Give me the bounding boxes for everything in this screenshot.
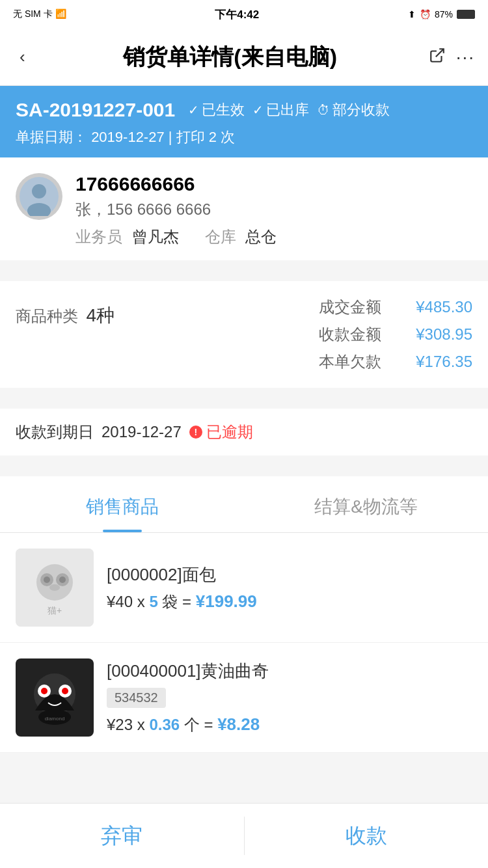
product-item-2: diamond [000400001]黄油曲奇 534532 ¥23 x 0.3…: [0, 643, 488, 753]
badge-effective: ✓ 已生效: [188, 100, 245, 120]
nav-actions: ···: [429, 47, 475, 68]
svg-text:diamond: diamond: [45, 716, 65, 722]
stats-left: 商品种类 4种: [16, 297, 115, 328]
battery-level: 87%: [435, 9, 453, 20]
overdue-badge: ! 已逾期: [189, 422, 253, 442]
tab-sales-products[interactable]: 销售商品: [0, 476, 244, 532]
bottom-bar: 弃审 收款: [0, 803, 488, 868]
status-bar: 无 SIM 卡 📶 下午4:42 ⬆ ⏰ 87%: [0, 0, 488, 29]
customer-contact: 张，156 6666 6666: [75, 199, 472, 220]
received-row: 收款金额 ¥308.95: [319, 324, 472, 345]
svg-text:猫+: 猫+: [47, 605, 62, 616]
customer-info: 17666666666 张，156 6666 6666 业务员 曾凡杰 仓库 总…: [75, 173, 472, 247]
customer-meta: 业务员 曾凡杰 仓库 总仓: [75, 226, 472, 247]
badge-shipped: ✓ 已出库: [252, 100, 309, 120]
back-button[interactable]: ‹: [13, 40, 32, 74]
tabs-section: 销售商品 结算&物流等: [0, 476, 488, 533]
svg-point-10: [49, 584, 60, 591]
confirm-button[interactable]: 收款: [245, 804, 489, 868]
product-details-2: [000400001]黄油曲奇 534532 ¥23 x 0.36 个 = ¥8…: [107, 660, 472, 735]
product-sku-badge: 534532: [107, 688, 472, 714]
product-details-1: [0000002]面包 ¥40 x 5 袋 = ¥199.99: [107, 563, 472, 612]
stats-section: 商品种类 4种 成交金额 ¥485.30 收款金额 ¥308.95 本单欠款 ¥…: [0, 281, 488, 388]
product-price-2: ¥23 x 0.36 个 = ¥8.28: [107, 714, 472, 735]
svg-point-17: [62, 688, 68, 694]
svg-point-16: [41, 688, 47, 694]
cancel-button[interactable]: 弃审: [0, 804, 244, 868]
alarm-icon: ⏰: [420, 9, 431, 20]
status-badges: ✓ 已生效 ✓ 已出库 ⏱ 部分收款: [188, 100, 390, 120]
product-name-2: [000400001]黄油曲奇: [107, 660, 472, 683]
customer-id: 17666666666: [75, 173, 472, 195]
amount-row: 成交金额 ¥485.30: [319, 297, 472, 318]
clock-icon: ⏱: [317, 103, 330, 118]
warehouse-info: 仓库 总仓: [205, 226, 277, 247]
svg-point-9: [59, 576, 66, 583]
product-thumb-2: diamond: [16, 658, 94, 737]
check-icon-2: ✓: [252, 102, 264, 118]
status-time: 下午4:42: [215, 7, 259, 22]
overdue-text: 已逾期: [206, 422, 253, 442]
order-id: SA-20191227-001: [16, 99, 175, 121]
share-icon[interactable]: [429, 47, 446, 68]
customer-section: 17666666666 张，156 6666 6666 业务员 曾凡杰 仓库 总…: [0, 157, 488, 260]
page-title: 销货单详情(来自电脑): [32, 42, 429, 72]
svg-point-8: [44, 576, 50, 583]
product-name-1: [0000002]面包: [107, 563, 472, 586]
products-section: 猫+ [0000002]面包 ¥40 x 5 袋 = ¥199.99: [0, 533, 488, 753]
location-icon: ⬆: [408, 9, 416, 20]
order-header: SA-20191227-001 ✓ 已生效 ✓ 已出库 ⏱ 部分收款 单据日期：…: [0, 86, 488, 157]
due-date-section: 收款到期日 2019-12-27 ! 已逾期: [0, 409, 488, 455]
battery-icon: [457, 10, 475, 19]
debt-row: 本单欠款 ¥176.35: [319, 351, 472, 372]
product-item: 猫+ [0000002]面包 ¥40 x 5 袋 = ¥199.99: [0, 533, 488, 643]
staff-info: 业务员 曾凡杰: [75, 226, 179, 247]
check-icon-1: ✓: [188, 102, 199, 118]
product-thumb-1: 猫+: [16, 549, 94, 627]
tab-settlement[interactable]: 结算&物流等: [244, 476, 488, 532]
stats-right: 成交金额 ¥485.30 收款金额 ¥308.95 本单欠款 ¥176.35: [319, 297, 472, 372]
overdue-icon: !: [189, 426, 202, 439]
customer-avatar: [16, 173, 62, 220]
status-left: 无 SIM 卡 📶: [13, 8, 66, 20]
badge-partial: ⏱ 部分收款: [317, 100, 390, 120]
status-right: ⬆ ⏰ 87%: [408, 9, 475, 20]
product-price-1: ¥40 x 5 袋 = ¥199.99: [107, 591, 472, 612]
svg-point-2: [32, 184, 46, 198]
due-date-label: 收款到期日: [16, 422, 94, 442]
category-row: 商品种类 4种: [16, 303, 115, 328]
nav-bar: ‹ 销货单详情(来自电脑) ···: [0, 29, 488, 86]
order-date-row: 单据日期： 2019-12-27 | 打印 2 次: [16, 128, 472, 147]
more-icon[interactable]: ···: [456, 47, 475, 68]
svg-line-0: [435, 49, 443, 57]
due-date-value: 2019-12-27: [102, 423, 182, 441]
